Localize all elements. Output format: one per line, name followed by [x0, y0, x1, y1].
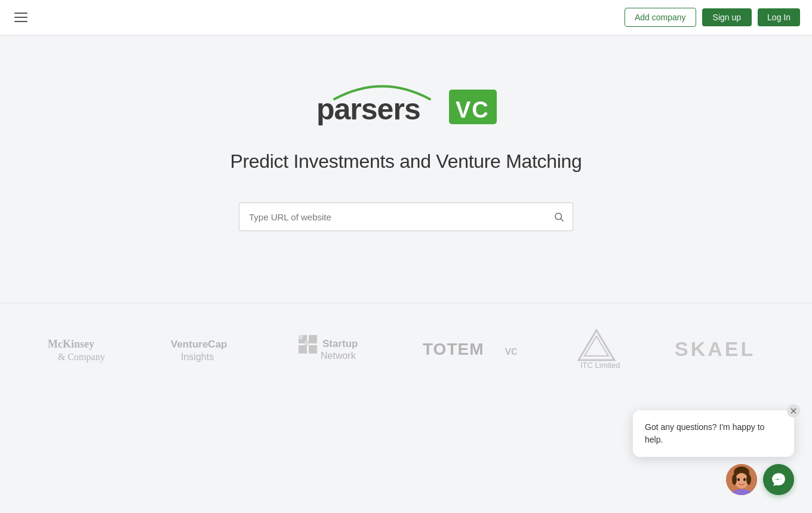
header-left	[12, 10, 30, 24]
tagline: Predict Investments and Venture Matching	[230, 150, 582, 173]
skael-logo: SKAEL	[672, 332, 767, 365]
search-bar	[239, 202, 573, 231]
svg-rect-13	[299, 335, 303, 339]
partner-venturecap: VentureCap Insights	[168, 332, 263, 365]
svg-text:McKinsey: McKinsey	[48, 338, 94, 350]
chat-message: Got any questions? I'm happy to help.	[645, 421, 782, 446]
logo-container: parsers VC	[310, 76, 502, 133]
svg-point-31	[746, 474, 751, 485]
hero-section: parsers VC Predict Investments and Ventu…	[0, 35, 812, 303]
partner-mckinsey: McKinsey & Company	[45, 332, 137, 365]
chat-bubble: Got any questions? I'm happy to help.	[633, 410, 794, 457]
svg-text:SKAEL: SKAEL	[675, 337, 755, 360]
startup-network-logo: Startup Network	[294, 330, 389, 366]
totemvc-logo: TOTEM vc	[420, 332, 521, 365]
partner-itc: ITC Limited	[552, 327, 641, 369]
svg-text:Network: Network	[321, 351, 356, 361]
svg-text:ITC Limited: ITC Limited	[580, 361, 620, 369]
partner-totemvc: TOTEM vc	[420, 332, 521, 365]
partner-startup-network: Startup Network	[294, 330, 389, 366]
search-icon	[553, 211, 564, 222]
partner-skael: SKAEL	[672, 332, 767, 365]
chat-avatar	[726, 464, 757, 495]
chat-footer	[633, 464, 794, 495]
search-button[interactable]	[545, 202, 573, 231]
svg-point-28	[737, 478, 740, 481]
svg-text:VC: VC	[456, 97, 490, 122]
chat-icon	[771, 472, 786, 487]
svg-text:TOTEM: TOTEM	[423, 340, 484, 358]
svg-rect-14	[304, 341, 309, 345]
svg-rect-10	[309, 335, 317, 343]
svg-point-29	[743, 478, 746, 481]
svg-point-3	[555, 213, 562, 220]
search-input[interactable]	[239, 202, 545, 231]
parsers-vc-logo: parsers VC	[310, 76, 502, 130]
svg-rect-11	[299, 345, 307, 354]
add-company-button[interactable]: Add company	[625, 8, 696, 27]
avatar-image	[726, 464, 757, 495]
svg-marker-20	[585, 336, 608, 356]
chat-open-button[interactable]	[763, 464, 794, 495]
svg-point-27	[735, 473, 748, 489]
menu-button[interactable]	[12, 10, 30, 24]
venturecap-logo: VentureCap Insights	[168, 332, 263, 365]
header-right: Add company Sign up Log In	[625, 8, 800, 27]
svg-text:VentureCap: VentureCap	[171, 339, 227, 350]
svg-line-4	[561, 219, 563, 221]
itc-logo: ITC Limited	[564, 327, 629, 369]
svg-text:parsers: parsers	[316, 93, 420, 126]
signup-button[interactable]: Sign up	[702, 8, 752, 26]
close-icon	[791, 408, 796, 414]
svg-point-30	[732, 474, 737, 485]
chat-widget: Got any questions? I'm happy to help.	[633, 410, 794, 495]
main-header: Add company Sign up Log In	[0, 0, 812, 35]
svg-text:Insights: Insights	[181, 352, 214, 362]
chat-close-button[interactable]	[787, 404, 800, 417]
svg-text:Startup: Startup	[322, 338, 358, 349]
svg-text:& Company: & Company	[58, 352, 105, 363]
svg-rect-12	[309, 345, 317, 354]
login-button[interactable]: Log In	[758, 8, 800, 26]
partners-section: McKinsey & Company VentureCap Insights	[0, 303, 812, 393]
main-content: parsers VC Predict Investments and Ventu…	[0, 0, 812, 393]
svg-text:vc: vc	[505, 344, 517, 357]
mckinsey-logo: McKinsey & Company	[45, 332, 137, 365]
